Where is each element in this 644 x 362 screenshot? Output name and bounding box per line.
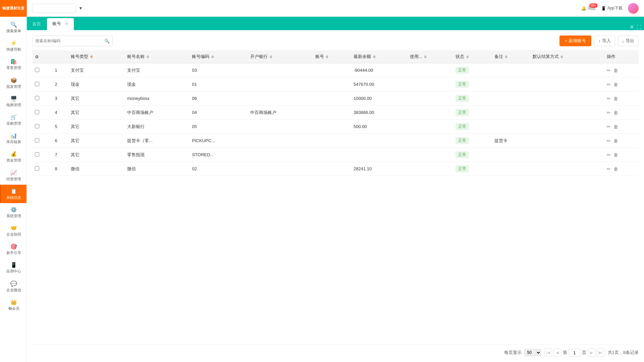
cell-name: 大新银行	[124, 120, 189, 134]
cell-action: ✏🗑	[604, 92, 639, 106]
message-button[interactable]: 🔔 消息 99+	[581, 5, 596, 11]
sidebar-item-agreement[interactable]: 🤝企业协同	[0, 222, 26, 240]
last-page-button[interactable]: ▶|	[597, 349, 605, 357]
add-account-button[interactable]: + 新增账号	[559, 36, 591, 46]
edit-icon[interactable]: ✏	[607, 138, 611, 143]
search-input[interactable]	[35, 39, 104, 43]
prev-page-button[interactable]: ◀	[553, 349, 561, 357]
page-label: 第	[563, 350, 567, 356]
sidebar-item-retail[interactable]: 🛍️零售管理	[0, 55, 26, 73]
sidebar-item-wholesale[interactable]: 📦批发管理	[0, 74, 26, 92]
delete-icon[interactable]: 🗑	[613, 96, 618, 101]
table-row: 7其它零售抵现STORED...正常✏🗑	[32, 148, 639, 162]
delete-icon[interactable]: 🗑	[613, 68, 618, 73]
col-header-bank[interactable]: 开户银行	[248, 50, 312, 63]
cell-account	[313, 92, 351, 106]
sidebar-item-purchase[interactable]: 🛒采购管理	[0, 111, 26, 129]
col-header-default_settle[interactable]: 默认结算方式	[530, 50, 604, 63]
status-badge: 正常	[455, 165, 469, 172]
tab-account[interactable]: 账号✕	[47, 18, 74, 30]
status-badge: 正常	[455, 109, 469, 116]
cell-num: 4	[52, 106, 68, 120]
row-checkbox[interactable]	[35, 82, 39, 86]
cell-name: 支付宝	[124, 63, 189, 77]
edit-icon[interactable]: ✏	[607, 110, 611, 115]
delete-icon[interactable]: 🗑	[613, 110, 618, 115]
cell-bank	[248, 148, 312, 162]
cell-code: 03	[189, 63, 248, 77]
header-dropdown[interactable]: ▼	[78, 6, 83, 11]
sidebar-item-operation[interactable]: 📈经营管理	[0, 166, 26, 185]
col-header-balance[interactable]: 最新余额	[351, 50, 407, 63]
col-header-name[interactable]: 账号名称	[124, 50, 189, 63]
cell-status: 正常	[453, 63, 491, 77]
cell-type: 其它	[68, 92, 124, 106]
cell-status: 正常	[453, 134, 491, 148]
col-header-remark[interactable]: 备注	[492, 50, 530, 63]
tab-close-account[interactable]: ✕	[65, 21, 68, 26]
export-button[interactable]: ↓ 导出	[618, 36, 639, 46]
edit-icon[interactable]: ✏	[607, 68, 611, 73]
row-checkbox[interactable]	[35, 68, 39, 72]
search-icon[interactable]: 🔍	[104, 39, 110, 44]
sidebar-item-search[interactable]: 🔍搜索菜单	[0, 18, 26, 37]
delete-icon[interactable]: 🗑	[613, 166, 618, 172]
col-header-type[interactable]: 账号类型	[68, 50, 124, 63]
import-icon: ↑	[598, 39, 601, 44]
sidebar-item-appcenter[interactable]: 📱应用中心	[0, 258, 26, 277]
row-checkbox[interactable]	[35, 166, 39, 171]
settings-icon[interactable]: ⚙	[35, 54, 39, 59]
edit-icon[interactable]: ✏	[607, 82, 611, 87]
page-input[interactable]	[569, 349, 581, 357]
row-checkbox[interactable]	[35, 96, 39, 100]
delete-icon[interactable]: 🗑	[613, 124, 618, 129]
per-page-select[interactable]: 102050100	[524, 349, 541, 356]
delete-icon[interactable]: 🗑	[613, 82, 618, 87]
row-checkbox[interactable]	[35, 138, 39, 142]
sidebar-item-finance[interactable]: 💰资金管理	[0, 147, 26, 166]
cell-remark	[492, 106, 530, 120]
app-download-button[interactable]: 📱 App下载	[601, 5, 623, 11]
edit-icon[interactable]: ✏	[607, 96, 611, 101]
edit-icon[interactable]: ✏	[607, 124, 611, 129]
main-area: ▼ 🔔 消息 99+ 📱 App下载 首页账号✕ ✕ ⛶	[27, 0, 644, 362]
edit-icon[interactable]: ✏	[607, 166, 611, 172]
sidebar-item-guide[interactable]: 🎯新手引导	[0, 240, 26, 258]
next-page-button[interactable]: ▶	[588, 349, 596, 357]
sidebar-item-wechat[interactable]: 💬企业微信	[0, 277, 26, 296]
cell-account	[313, 162, 351, 176]
import-button[interactable]: ↑ 导入	[594, 36, 615, 46]
cell-num: 7	[52, 148, 68, 162]
first-page-button[interactable]: |◀	[544, 349, 552, 357]
edit-icon[interactable]: ✏	[607, 152, 611, 158]
fullscreen-icon[interactable]: ⛶	[637, 24, 641, 30]
cell-status: 正常	[453, 162, 491, 176]
delete-icon[interactable]: 🗑	[613, 138, 618, 143]
cell-default_settle	[530, 120, 604, 134]
col-header-settings: ⚙	[32, 50, 52, 63]
basic-icon: 📋	[10, 188, 17, 194]
cell-usage	[407, 63, 453, 77]
col-header-status[interactable]: 状态	[453, 50, 491, 63]
row-checkbox[interactable]	[35, 152, 39, 157]
row-checkbox[interactable]	[35, 124, 39, 128]
sidebar-item-system[interactable]: ⚙️系统管理	[0, 203, 26, 222]
sidebar-item-basic[interactable]: 📋基础信息	[0, 185, 26, 203]
cell-default_settle	[530, 92, 604, 106]
delete-icon[interactable]: 🗑	[613, 152, 618, 158]
tab-home[interactable]: 首页	[27, 18, 46, 30]
sidebar-item-member[interactable]: 👑畅会员	[0, 296, 26, 314]
header-search-input[interactable]	[32, 4, 76, 13]
sidebar-item-inventory[interactable]: 📊库存核算	[0, 129, 26, 147]
close-window-icon[interactable]: ✕	[630, 24, 634, 30]
wholesale-icon: 📦	[10, 77, 17, 83]
col-header-account[interactable]: 账号	[313, 50, 351, 63]
col-header-usage[interactable]: 使用...	[407, 50, 453, 63]
cell-usage	[407, 106, 453, 120]
row-checkbox[interactable]	[35, 110, 39, 114]
sidebar-item-quicknav[interactable]: ⚡快捷导航	[0, 37, 26, 55]
user-avatar[interactable]	[628, 3, 639, 14]
ecommerce-icon: 🖥️	[10, 96, 17, 102]
col-header-code[interactable]: 账号编码	[189, 50, 248, 63]
sidebar-item-ecommerce[interactable]: 🖥️电商管理	[0, 92, 26, 111]
